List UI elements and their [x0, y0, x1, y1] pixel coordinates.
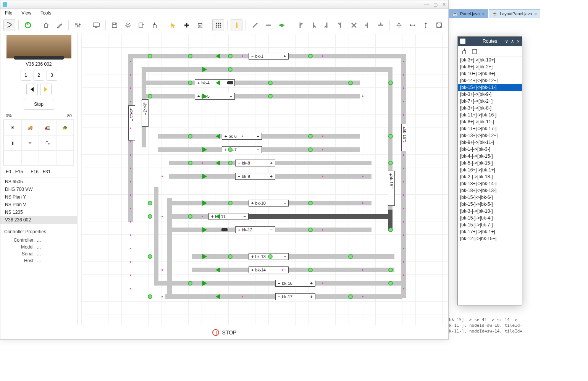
resize-v-button[interactable] — [420, 19, 432, 31]
loco-list-item[interactable]: V36 236 002 — [0, 216, 77, 224]
route-item[interactable]: [bk-12-]->[bk-15+] — [458, 235, 522, 242]
route-item[interactable]: [bk-10+]->[bk-3+] — [458, 70, 522, 77]
block-bk-16[interactable]: −bk-16+ — [275, 280, 315, 287]
ide-tab-close[interactable]: × — [482, 11, 485, 16]
power-button[interactable] — [22, 19, 34, 31]
switch-x-button[interactable] — [348, 19, 360, 31]
block-bk-12[interactable]: +bk-12− — [235, 226, 275, 233]
routes-list[interactable]: [bk-3+]->[bk-10+][bk-6+]->[bk-2+][bk-10+… — [458, 57, 522, 305]
route-item[interactable]: [bk-3+]->[bk-9-] — [458, 91, 522, 98]
route-item[interactable]: [bk-15+]->[bk-11-] — [458, 84, 522, 91]
fn-tab-0-15[interactable]: F0 - F15 — [6, 169, 23, 174]
minimize-button[interactable]: — — [424, 2, 429, 7]
delete-tool-button[interactable] — [194, 19, 206, 31]
ide-tab[interactable]: ☕Panel.java× — [449, 9, 488, 18]
edit-button[interactable] — [53, 19, 65, 31]
loco-list-item[interactable]: NS Plan V — [0, 201, 77, 208]
loco-list-item[interactable]: NS 6505 — [0, 178, 77, 186]
fn-f3[interactable]: 🐢 — [56, 120, 74, 135]
maximize-button[interactable]: ▢ — [433, 2, 438, 7]
fn-tab-16-31[interactable]: F16 - F31 — [31, 169, 50, 174]
route-item[interactable]: [bk-18+]->[bk-14-] — [458, 180, 522, 187]
layout-canvas[interactable]: −bk-1++bk-4−+bk-5−+bk-6−+bk-7−−bk-8+−bk-… — [81, 34, 448, 325]
route-item[interactable]: [bk-15-]->[bk-5-] — [458, 201, 522, 208]
routes-delete-button[interactable] — [472, 48, 478, 54]
pointer-tool-button[interactable] — [167, 19, 179, 31]
switch-1-button[interactable] — [294, 19, 306, 31]
loco-list-item[interactable]: NS 1205 — [0, 208, 77, 216]
route-item[interactable]: [bk-14+]->[bk-12+] — [458, 77, 522, 84]
sliders-button[interactable] — [72, 19, 84, 31]
fn-f5[interactable]: ✳ — [21, 135, 39, 150]
block-bk-10[interactable]: +bk-10− — [249, 200, 289, 207]
speed-step-1[interactable]: 1 — [21, 70, 31, 81]
route-item[interactable]: [bk-1-]->[bk-3-] — [458, 146, 522, 153]
route-item[interactable]: [bk-18+]->[bk-13-] — [458, 187, 522, 194]
routes-titlebar[interactable]: Routes ∨ ∧ ✕ — [458, 37, 522, 46]
block-tool-button[interactable] — [231, 19, 242, 31]
gear-button[interactable] — [122, 19, 134, 31]
route-item[interactable]: [bk-9+]->[bk-11-] — [458, 139, 522, 146]
switch-2-button[interactable] — [308, 19, 320, 31]
route-item[interactable]: [bk-11+]->[bk-16-] — [458, 111, 522, 118]
route-item[interactable]: [bk-3-]->[bk-18-] — [458, 208, 522, 215]
route-item[interactable]: [bk-6+]->[bk-2+] — [458, 63, 522, 70]
switch-3-button[interactable] — [321, 19, 333, 31]
menu-tools[interactable]: Tools — [40, 10, 51, 16]
fn-f9[interactable] — [21, 150, 39, 166]
fn-f7[interactable] — [56, 135, 74, 150]
route-item[interactable]: [bk-15-]->[bk-6-] — [458, 194, 522, 201]
sensor-track-button[interactable] — [276, 19, 288, 31]
route-item[interactable]: [bk-7+]->[bk-2+] — [458, 98, 522, 105]
add-tool-button[interactable] — [181, 19, 192, 31]
straight-track-button[interactable] — [262, 19, 274, 31]
switch-4-button[interactable] — [334, 19, 346, 31]
direction-forward-button[interactable] — [40, 84, 52, 95]
fit-button[interactable] — [433, 19, 445, 31]
route-item[interactable]: [bk-17+]->[bk-1+] — [458, 228, 522, 235]
diagonal-track-button[interactable] — [249, 19, 261, 31]
route-item[interactable]: [bk-8+]->[bk-11-] — [458, 118, 522, 125]
grid-tool-button[interactable] — [212, 19, 224, 31]
fn-f11[interactable] — [56, 150, 74, 166]
loco-list-item[interactable]: DHG 700 VW — [0, 186, 77, 193]
block-bk-11[interactable]: +bk-11− — [208, 213, 249, 220]
close-button[interactable]: ✕ — [442, 2, 446, 7]
layout-canvas-scroll[interactable]: −bk-1++bk-4−+bk-5−+bk-6−+bk-7−−bk-8+−bk-… — [78, 33, 448, 325]
block-bk-9[interactable]: −bk-9+ — [235, 173, 275, 180]
speed-step-3[interactable]: 3 — [47, 70, 57, 81]
titlebar[interactable]: — ▢ ✕ — [0, 0, 448, 9]
loco-list-item[interactable]: NS Plan Y — [0, 193, 77, 201]
routes-new-button[interactable] — [461, 48, 468, 55]
block-bk-3[interactable]: +bk-3− — [128, 105, 135, 140]
direction-reverse-button[interactable] — [26, 84, 38, 95]
route-item[interactable]: [bk-4-]->[bk-15-] — [458, 153, 522, 160]
block-bk-5[interactable]: +bk-5− — [195, 93, 235, 100]
route-item[interactable]: [bk-3+]->[bk-10+] — [458, 57, 522, 63]
fn-f10[interactable] — [39, 150, 57, 166]
route-item[interactable]: [bk-13+]->[bk-12+] — [458, 132, 522, 139]
resize-h-button[interactable] — [407, 19, 418, 31]
ide-tab-close[interactable]: × — [534, 11, 537, 16]
menu-view[interactable]: View — [21, 10, 31, 16]
speed-step-2[interactable]: 2 — [34, 70, 44, 81]
ide-tab[interactable]: ☕LayoutPanel.java× — [489, 9, 540, 18]
routes-window[interactable]: Routes ∨ ∧ ✕ [bk-3+]->[bk-10+][bk-6+]->[… — [457, 36, 522, 305]
route-item[interactable]: [bk-16+]->[bk-1+] — [458, 166, 522, 173]
route-item[interactable]: [bk-5-]->[bk-15-] — [458, 160, 522, 166]
fn-f1[interactable]: 🚚 — [21, 120, 39, 135]
block-bk-17[interactable]: −bk-17+ — [275, 293, 315, 300]
switch-y-button[interactable] — [361, 19, 373, 31]
fn-f2[interactable]: 🚛 — [39, 120, 57, 135]
route-item[interactable]: [bk-15-]->[bk-4-] — [458, 215, 522, 221]
stop-button[interactable]: Stop — [24, 99, 54, 110]
home-button[interactable] — [40, 19, 52, 31]
switch-t-button[interactable] — [375, 19, 386, 31]
cursor-tool-button[interactable] — [3, 19, 15, 31]
block-bk-1[interactable]: −bk-1+ — [249, 53, 289, 60]
route-tool-button[interactable] — [149, 19, 161, 31]
locomotive-list[interactable]: NS 6505DHG 700 VWNS Plan YNS Plan VNS 12… — [0, 178, 77, 224]
export-button[interactable] — [136, 19, 147, 31]
fn-f8[interactable] — [4, 150, 21, 166]
fn-f4[interactable]: ▮ — [4, 135, 21, 150]
